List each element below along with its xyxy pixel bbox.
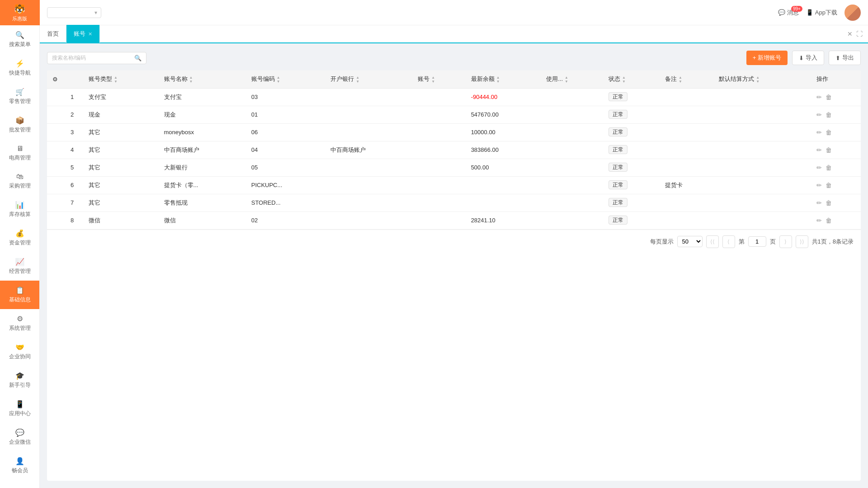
row-type-4: 其它 [83, 159, 159, 176]
sidebar-item-purchase-mgmt[interactable]: 🛍 采购管理 [0, 167, 39, 195]
delete-icon-6[interactable]: 🗑 [826, 199, 832, 206]
sidebar-item-basic-info[interactable]: 📋 基础信息 [0, 281, 39, 309]
edit-icon-0[interactable]: ✏ [816, 94, 822, 101]
edit-icon-2[interactable]: ✏ [816, 129, 822, 136]
delete-icon-5[interactable]: 🗑 [826, 182, 832, 189]
finance-icon: 💰 [15, 229, 24, 238]
status-badge-1: 正常 [609, 110, 627, 119]
sidebar-item-quick-nav[interactable]: ⚡ 快捷导航 [0, 54, 39, 82]
delete-icon-2[interactable]: 🗑 [826, 129, 832, 136]
row-usage-4 [541, 159, 603, 176]
row-account-2 [412, 123, 465, 141]
sidebar-item-ecom-mgmt[interactable]: 🖥 电商管理 [0, 139, 39, 167]
export-button[interactable]: ⬆ 导出 [829, 51, 861, 65]
row-bank-1 [325, 106, 412, 123]
edit-icon-7[interactable]: ✏ [816, 217, 822, 224]
status-badge-4: 正常 [609, 163, 627, 172]
edit-icon-5[interactable]: ✏ [816, 182, 822, 189]
app-download-label: App下载 [815, 9, 837, 17]
table-container: ⚙账号类型▲▼账号名称▲▼账号编码▲▼开户银行▲▼账号▲▼最新余额▲▼使用...… [47, 70, 861, 481]
gear-icon[interactable]: ⚙ [52, 76, 58, 83]
sidebar-item-wholesale-mgmt[interactable]: 📦 批发管理 [0, 111, 39, 139]
sidebar-item-retail-mgmt[interactable]: 🛒 零售管理 [0, 82, 39, 111]
row-balance-6 [466, 194, 541, 211]
export-label: 导出 [842, 54, 854, 62]
add-account-button[interactable]: + 新增账号 [746, 51, 788, 65]
expand-icon[interactable]: ⛶ [856, 30, 863, 38]
top-search-box[interactable]: ▾ [47, 7, 101, 18]
search-box[interactable]: 🔍 [47, 52, 146, 64]
sidebar-item-enjoy-member[interactable]: 👤 畅会员 [0, 451, 39, 480]
delete-icon-3[interactable]: 🗑 [826, 146, 832, 154]
sidebar-item-search-menu[interactable]: 🔍 搜索菜单 [0, 25, 39, 54]
import-button[interactable]: ⬇ 导入 [792, 51, 824, 65]
col-header-name[interactable]: 账号名称▲▼ [159, 70, 246, 88]
sidebar-item-enterprise-agreement[interactable]: 🤝 企业协同 [0, 338, 39, 366]
edit-icon-1[interactable]: ✏ [816, 111, 822, 118]
page-input[interactable] [748, 236, 766, 247]
tab-account[interactable]: 账号✕ [66, 25, 100, 43]
logo[interactable]: 🐯 乐惠版 [0, 0, 40, 25]
col-header-usage[interactable]: 使用...▲▼ [541, 70, 603, 88]
search-icon[interactable]: 🔍 [134, 55, 142, 61]
row-usage-2 [541, 123, 603, 141]
prev-page-button[interactable]: ⟨ [722, 235, 735, 248]
row-action-5: ✏ 🗑 [811, 176, 861, 194]
row-num-0: 1 [65, 88, 83, 106]
delete-icon-0[interactable]: 🗑 [826, 94, 832, 101]
search-menu-icon: 🔍 [15, 31, 24, 39]
avatar[interactable] [844, 5, 861, 21]
col-header-status[interactable]: 状态▲▼ [603, 70, 660, 88]
status-badge-2: 正常 [609, 127, 627, 136]
sidebar-item-guide[interactable]: 🎓 新手引导 [0, 366, 39, 394]
row-gear-6 [47, 194, 65, 211]
col-header-remark[interactable]: 备注▲▼ [660, 70, 713, 88]
row-action-2: ✏ 🗑 [811, 123, 861, 141]
import-label: 导入 [806, 54, 817, 62]
row-account-6 [412, 194, 465, 211]
sort-icon-remark: ▲▼ [679, 75, 682, 84]
sidebar-item-biz-mgmt[interactable]: 📈 经营管理 [0, 252, 39, 281]
col-header-account[interactable]: 账号▲▼ [412, 70, 465, 88]
edit-icon-6[interactable]: ✏ [816, 199, 822, 206]
row-code-3: 04 [246, 141, 325, 159]
col-header-balance[interactable]: 最新余额▲▼ [466, 70, 541, 88]
edit-icon-4[interactable]: ✏ [816, 164, 822, 171]
first-page-button[interactable]: ⟨⟨ [706, 235, 719, 248]
table-row: 6其它提货卡（零...PICKUPC...正常提货卡 ✏ 🗑 [47, 176, 861, 194]
message-button[interactable]: 💬 消息 99+ [778, 9, 799, 17]
biz-mgmt-label: 经营管理 [9, 267, 31, 275]
row-default-settle-6 [713, 194, 811, 211]
tab-home[interactable]: 首页 [40, 25, 66, 43]
delete-icon-7[interactable]: 🗑 [826, 217, 832, 224]
row-remark-5: 提货卡 [660, 176, 713, 194]
delete-icon-1[interactable]: 🗑 [826, 111, 832, 118]
row-status-0: 正常 [603, 88, 660, 106]
toolbar: 🔍 + 新增账号 ⬇ 导入 ⬆ 导出 [47, 51, 861, 65]
delete-icon-4[interactable]: 🗑 [826, 164, 832, 171]
next-page-button[interactable]: ⟩ [779, 235, 792, 248]
sidebar-item-sys-mgmt[interactable]: ⚙ 系统管理 [0, 309, 39, 338]
sidebar-item-finance[interactable]: 💰 资金管理 [0, 224, 39, 252]
edit-icon-3[interactable]: ✏ [816, 146, 822, 154]
row-bank-7 [325, 211, 412, 229]
col-header-type[interactable]: 账号类型▲▼ [83, 70, 159, 88]
row-name-6: 零售抵现 [159, 194, 246, 211]
guide-icon: 🎓 [15, 371, 24, 380]
row-remark-4 [660, 159, 713, 176]
wholesale-mgmt-icon: 📦 [15, 116, 24, 125]
col-header-code[interactable]: 账号编码▲▼ [246, 70, 325, 88]
row-action-7: ✏ 🗑 [811, 211, 861, 229]
app-download-button[interactable]: 📱 App下载 [806, 9, 837, 17]
per-page-select[interactable]: 50 100 200 [677, 236, 703, 247]
sidebar-item-inventory[interactable]: 📊 库存核算 [0, 195, 39, 224]
last-page-button[interactable]: ⟩⟩ [796, 235, 808, 248]
sidebar-item-app-center[interactable]: 📱 应用中心 [0, 394, 39, 423]
col-header-bank[interactable]: 开户银行▲▼ [325, 70, 412, 88]
quick-nav-icon: ⚡ [15, 59, 24, 68]
search-input[interactable] [52, 55, 132, 61]
col-header-default_settle[interactable]: 默认结算方式▲▼ [713, 70, 811, 88]
close-tab-account[interactable]: ✕ [88, 31, 92, 37]
sidebar-item-enterprise-wechat[interactable]: 💬 企业微信 [0, 423, 39, 451]
close-tab-icon[interactable]: ✕ [847, 30, 853, 38]
